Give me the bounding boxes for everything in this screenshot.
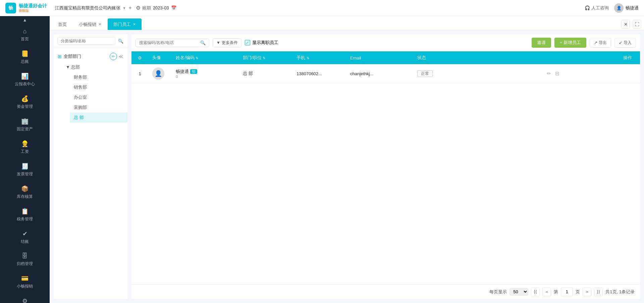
sidebar-scroll-up[interactable]: ▲ [0,16,50,24]
dept-search-icon[interactable]: 🔍 [118,39,123,44]
employee-name: 畅捷通 部 [176,69,235,75]
dept-sub-children: 财务部 销售部 办公室 采购部 总 部 [70,72,127,123]
sidebar-label-archive: 归档管理 [17,261,33,267]
archive-icon: 🗄 [22,253,28,260]
col-status: 状态 [413,51,543,64]
filter-label: 更多条件 [222,40,238,46]
page-number-input[interactable] [561,288,573,296]
add-button[interactable]: ＋ [126,4,134,12]
logout-employee-icon[interactable]: ⊟ [555,71,559,77]
add-employee-label: + 新增员工 [560,40,581,46]
dept-search-input[interactable] [58,37,115,45]
consult-button[interactable]: 🎧 人工咨询 [585,5,609,11]
tab-employees[interactable]: 部门员工 ✕ [108,18,142,30]
employee-table-wrap: ⚙ 头像 姓名/编码 ⇅ 部门/职位 ⇅ [131,51,640,284]
period-label: 账期 [142,5,151,11]
last-page-button[interactable]: ⟩⟩ [594,288,603,296]
sidebar-item-reports[interactable]: 📊 云报表中心 [0,69,50,91]
dept-item-finance[interactable]: 财务部 [70,72,127,82]
employee-search-input[interactable] [139,40,198,45]
filter-button[interactable]: ▼ 更多条件 [213,38,241,47]
sidebar-item-basic[interactable]: ⚙ 基础设置 [0,293,50,303]
dept-item-head[interactable]: 总 部 [70,113,127,123]
sidebar-item-settlement[interactable]: ✔ 结账 [0,226,50,249]
col-dept[interactable]: 部门/职位 ⇅ [239,51,292,64]
close-tab-button[interactable]: ✕ [621,20,630,29]
dept-item-purchase[interactable]: 采购部 [70,102,127,113]
show-resigned-checkbox[interactable]: ✓ [245,40,250,45]
collapse-dept-button[interactable]: ≪ [118,54,123,59]
expand-tab-button[interactable]: ⛶ [633,20,641,29]
first-page-button[interactable]: ⟨⟨ [531,288,540,296]
tab-employees-close[interactable]: ✕ [133,22,136,27]
prev-page-button[interactable]: ＜ [542,288,551,296]
invite-button[interactable]: 邀请 [532,38,551,48]
col-dept-label: 部门/职位 [243,55,262,60]
sidebar-item-assets[interactable]: 🏢 固定资产 [0,114,50,136]
sidebar-item-payroll[interactable]: 👷 工资 [0,136,50,159]
import-button[interactable]: ↙ 导入 [614,38,636,48]
edit-dept-button[interactable]: ✏ [110,53,117,60]
page-content: 🔍 ⊞ 全部部门 ✏ ≪ ▼ 总部 财务部 [50,30,644,303]
headset-icon: 🎧 [585,5,590,10]
sidebar-label-invoice: 发票管理 [17,171,33,177]
col-settings[interactable]: ⚙ [131,51,148,64]
employee-dept-tag: 部 [190,69,197,74]
dept-item-sales[interactable]: 销售部 [70,82,127,92]
sidebar-item-tax[interactable]: 📋 税务管理 [0,204,50,226]
row-actions: ✏ ⊟ [543,64,640,83]
tabs-bar: 首页 小畅报销 ✕ 部门员工 ✕ ✕ ⛶ [50,16,644,30]
status-badge: 正常 [417,70,433,77]
total-records-label: 共1页, 1条记录 [605,289,635,295]
user-info[interactable]: 👤 畅捷通 [614,3,639,13]
sidebar-item-inventory[interactable]: 📦 库存核算 [0,181,50,204]
company-selector[interactable]: 江西服宝精品有限责任公司内账张 ▼ [55,5,126,11]
basic-icon: ⚙ [22,297,28,303]
col-name[interactable]: 姓名/编码 ⇅ [172,51,239,64]
tab-expense-close[interactable]: ✕ [98,22,101,27]
employee-code: 0 [176,75,235,79]
add-employee-button[interactable]: + 新增员工 [554,38,586,48]
dept-tree: ⊞ 全部部门 ✏ ≪ ▼ 总部 财务部 销售部 办公室 采购部 [54,48,127,299]
calendar-icon[interactable]: 📅 [171,5,176,10]
col-avatar: 头像 [148,51,172,64]
dept-children: ▼ 总部 财务部 销售部 办公室 采购部 总 部 [62,62,127,123]
table-row: 1 👤 畅捷通 部 0 [131,64,640,83]
left-panel: 🔍 ⊞ 全部部门 ✏ ≪ ▼ 总部 财务部 [54,34,127,299]
show-resigned-wrap[interactable]: ✓ 显示离职员工 [245,40,278,46]
all-dept-header[interactable]: ⊞ 全部部门 ✏ ≪ [54,51,127,62]
show-resigned-label: 显示离职员工 [252,40,278,46]
employee-search-wrap: 🔍 [136,39,209,47]
edit-employee-icon[interactable]: ✏ [547,71,551,77]
tab-home[interactable]: 首页 [52,18,72,30]
sidebar-item-ledger[interactable]: 📒 总账 [0,46,50,69]
sidebar-item-expense[interactable]: 💳 小畅报销 [0,271,50,293]
settings-button[interactable]: ⚙ [134,4,142,12]
sidebar-label-payroll: 工资 [21,149,29,155]
app-edition: 旗舰版 [19,9,47,13]
reports-icon: 📊 [21,73,29,80]
company-name: 江西服宝精品有限责任公司内账张 [55,5,120,11]
pagination-bar: 每页显示 50 10 20 100 ⟨⟨ ＜ 第 页 ＞ ⟩⟩ 共1页, 1条记… [131,284,640,299]
sidebar-item-invoice[interactable]: 🧾 发票管理 [0,159,50,181]
tab-expense[interactable]: 小畅报销 ✕ [73,18,107,30]
sidebar: ▲ ⌂ 首页 📒 总账 📊 云报表中心 💰 资金管理 🏢 固定资产 👷 工资 🧾… [0,16,50,303]
table-header: ⚙ 头像 姓名/编码 ⇅ 部门/职位 ⇅ [131,51,640,64]
dept-header-actions: ✏ ≪ [110,53,123,60]
tax-icon: 📋 [21,208,29,215]
sidebar-item-funds[interactable]: 💰 资金管理 [0,91,50,114]
logo-text: 畅捷通好会计 旗舰版 [19,3,47,13]
settlement-icon: ✔ [22,230,28,237]
export-button[interactable]: ↗ 导出 [590,38,611,48]
per-page-label: 每页显示 [489,289,507,295]
sidebar-item-archive[interactable]: 🗄 归档管理 [0,249,50,271]
col-phone[interactable]: 手机 ⇅ [292,51,346,64]
next-page-button[interactable]: ＞ [583,288,591,296]
per-page-select[interactable]: 50 10 20 100 [509,288,528,296]
dept-item-office[interactable]: 办公室 [70,92,127,102]
sidebar-item-home[interactable]: ⌂ 首页 [0,24,50,46]
dept-item-general[interactable]: ▼ 总部 [62,62,127,72]
employee-table: ⚙ 头像 姓名/编码 ⇅ 部门/职位 ⇅ [131,51,640,83]
sidebar-label-assets: 固定资产 [17,126,33,132]
payroll-icon: 👷 [21,140,29,147]
